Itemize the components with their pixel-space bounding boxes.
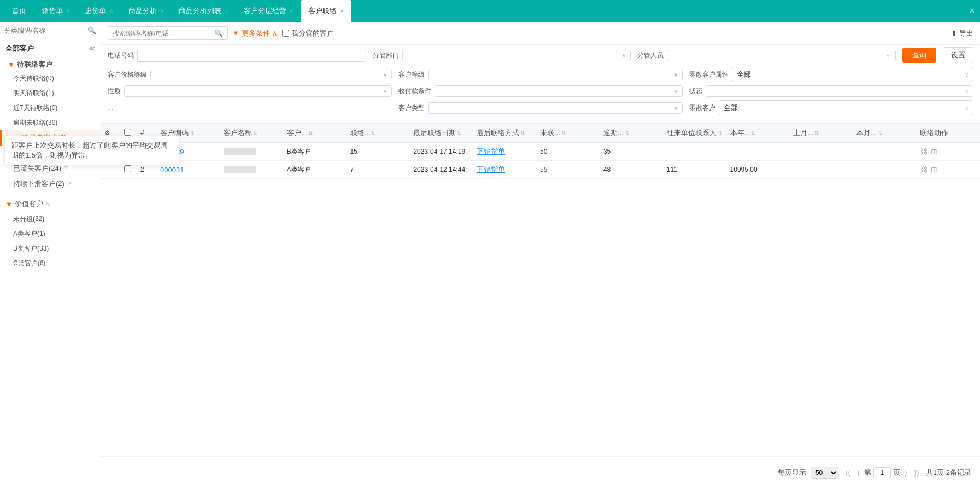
horizontal-scrollbar[interactable] <box>101 456 980 463</box>
declining-item[interactable]: 持续下滑客户(2) ? <box>0 176 101 191</box>
col-this-month[interactable]: 本月...⇅ <box>853 124 917 143</box>
price-grade-select[interactable]: ∨ <box>150 69 392 80</box>
cell-name[interactable] <box>220 161 284 179</box>
status-field: 状态 ∨ <box>689 85 973 97</box>
pending-group-title[interactable]: ▼ 待联络客户 <box>0 57 101 71</box>
manager-select[interactable]: ··· <box>667 50 896 61</box>
export-button[interactable]: ⬆ 导出 <box>951 28 973 38</box>
grid-action-icon[interactable]: ⊞ <box>931 147 937 156</box>
filter-row-1: 电话号码 分管部门 ∨ 分管人员 ··· 查 <box>108 47 973 63</box>
cell-customer-type: A类客户 <box>284 161 347 179</box>
sidebar-item-b-class[interactable]: B类客户(33) <box>0 241 101 256</box>
arrow-icon: ▼ <box>8 61 15 69</box>
nav-customer-contact[interactable]: 客户联络 × <box>301 0 351 22</box>
advanced-filter: 电话号码 分管部门 ∨ 分管人员 ··· 查 <box>101 45 980 124</box>
cell-name[interactable] <box>220 143 284 161</box>
last-page-btn[interactable]: ⟩⟩ <box>912 468 922 478</box>
close-icon[interactable]: × <box>66 8 69 14</box>
col-name[interactable]: 客户名称⇅ <box>220 124 284 143</box>
sidebar: 🔍 全部客户 ≪ ▼ 待联络客户 今天待联络(0) 明天待联络(1) 近7天待联… <box>0 22 101 482</box>
prev-page-btn[interactable]: ⟨ <box>855 468 862 478</box>
retail-customer-field: 零散客户 全部 ∨ <box>689 100 973 115</box>
col-last-contact-date[interactable]: 最后联络日期⇅ <box>410 124 473 143</box>
declining-row[interactable]: 持续下滑客户(2) ? <box>0 176 101 191</box>
next-page-btn[interactable]: ⟩ <box>902 468 909 478</box>
link-action-icon[interactable]: ⛓ <box>920 147 928 156</box>
cell-customer-type: B类客户 <box>284 143 347 161</box>
select-all-checkbox[interactable] <box>124 129 131 136</box>
retail-customer-select[interactable]: 全部 ∨ <box>719 100 973 115</box>
col-unlink-days[interactable]: 未联...⇅ <box>537 124 600 143</box>
sidebar-search-box[interactable]: 🔍 <box>0 22 101 39</box>
arrow-icon: ▼ <box>5 200 13 208</box>
my-customers-checkbox[interactable] <box>282 30 289 37</box>
col-this-year[interactable]: 本年...⇅ <box>727 124 790 143</box>
cell-last-contact-way[interactable]: 下销货单 <box>473 143 537 161</box>
status-select[interactable]: ∨ <box>706 85 973 97</box>
close-icon[interactable]: × <box>225 8 228 14</box>
nav-purchase[interactable]: 进货单 × <box>77 0 120 22</box>
sidebar-item-c-class[interactable]: C类客户(6) <box>0 256 101 271</box>
nav-goods-analysis[interactable]: 商品分析 × <box>121 0 171 22</box>
link-action-icon[interactable]: ⛓ <box>920 165 928 174</box>
search-input[interactable] <box>113 30 214 37</box>
dept-select[interactable]: ∨ <box>402 50 631 61</box>
sidebar-item-7days[interactable]: 近7天待联络(0) <box>0 101 101 115</box>
table-row: 1 000039 B类客户 15 2023-04-17 14:19: 下销货单 … <box>101 143 980 161</box>
col-unit-contact[interactable]: 往来单位联系人⇅ <box>664 124 727 143</box>
table-row: 2 000031 A类客户 7 2023-04-12 14:44: 下销货单 5… <box>101 161 980 179</box>
close-icon[interactable]: × <box>109 8 113 14</box>
all-customers-header[interactable]: 全部客户 ≪ <box>0 39 101 57</box>
customer-grade-label: 客户等级 <box>398 70 425 79</box>
sidebar-item-ungroup[interactable]: 未分组(32) <box>0 212 101 227</box>
col-contact-count[interactable]: 联络...⇅ <box>347 124 410 143</box>
customer-type-select[interactable]: ∨ <box>428 102 683 114</box>
sidebar-item-tomorrow[interactable]: 明天待联络(1) <box>0 86 101 101</box>
close-icon[interactable]: × <box>160 8 163 14</box>
question-icon: ? <box>64 165 67 172</box>
price-grade-label: 客户价格等级 <box>108 70 147 79</box>
chevron-icon: ∧ <box>272 29 278 37</box>
more-conditions-btn[interactable]: ▼ 更多条件 ∧ <box>232 28 278 38</box>
pagination: ⟨⟨ ⟨ 第 页 ⟩ ⟩⟩ <box>843 467 922 478</box>
sort-icon: ⇅ <box>371 130 375 136</box>
page-size-select[interactable]: 50 20 100 <box>811 467 838 479</box>
value-group-title[interactable]: ▼ 价值客户 ✎ <box>0 196 101 212</box>
retail-attr-select[interactable]: 全部 ∨ <box>732 67 973 82</box>
row-checkbox[interactable] <box>124 165 131 172</box>
my-customers-toggle[interactable]: 我分管的客户 <box>282 28 334 38</box>
sidebar-item-today[interactable]: 今天待联络(0) <box>0 71 101 86</box>
customer-grade-select[interactable]: ∨ <box>428 69 683 80</box>
payment-select[interactable]: ∨ <box>435 85 683 97</box>
sort-icon: ⇅ <box>561 130 566 136</box>
sidebar-item-a-class[interactable]: A类客户(1) <box>0 227 101 241</box>
edit-icon[interactable]: ✎ <box>45 201 50 208</box>
nav-goods-analysis-list[interactable]: 商品分析列表 × <box>171 0 236 22</box>
gender-select[interactable]: ∨ <box>124 85 392 97</box>
close-icon[interactable]: × <box>290 8 293 14</box>
nav-customer-segment[interactable]: 客户分层经营 × <box>236 0 301 22</box>
col-last-contact-way[interactable]: 最后联络方式⇅ <box>473 124 537 143</box>
search-box[interactable]: 🔍 <box>108 26 228 40</box>
col-customer-type[interactable]: 客户...⇅ <box>284 124 347 143</box>
query-button[interactable]: 查询 <box>902 48 936 63</box>
cell-last-contact-way[interactable]: 下销货单 <box>473 161 537 179</box>
phone-input[interactable] <box>137 49 366 62</box>
nav-home[interactable]: 首页 <box>4 0 34 22</box>
close-icon[interactable]: × <box>340 8 343 14</box>
first-page-btn[interactable]: ⟨⟨ <box>843 468 853 478</box>
window-close-icon[interactable]: × <box>970 6 975 16</box>
page-number-input[interactable] <box>873 467 891 478</box>
cell-unlink-days: 55 <box>537 161 600 179</box>
nav-sales[interactable]: 销货单 × <box>34 0 77 22</box>
retail-attr-field: 零散客户属性 全部 ∨ <box>689 67 973 82</box>
col-overdue[interactable]: 逾期...⇅ <box>600 124 664 143</box>
grid-action-icon[interactable]: ⊞ <box>931 165 937 174</box>
cell-this-month <box>853 143 917 161</box>
col-last-month[interactable]: 上月...⇅ <box>790 124 853 143</box>
cell-contact-count: 15 <box>347 143 410 161</box>
sidebar-item-overdue[interactable]: 逾期未联络(30) <box>0 115 101 130</box>
category-search-input[interactable] <box>4 27 87 34</box>
more-filter-btn[interactable]: ... <box>108 104 113 112</box>
settings-button[interactable]: 设置 <box>943 47 973 63</box>
